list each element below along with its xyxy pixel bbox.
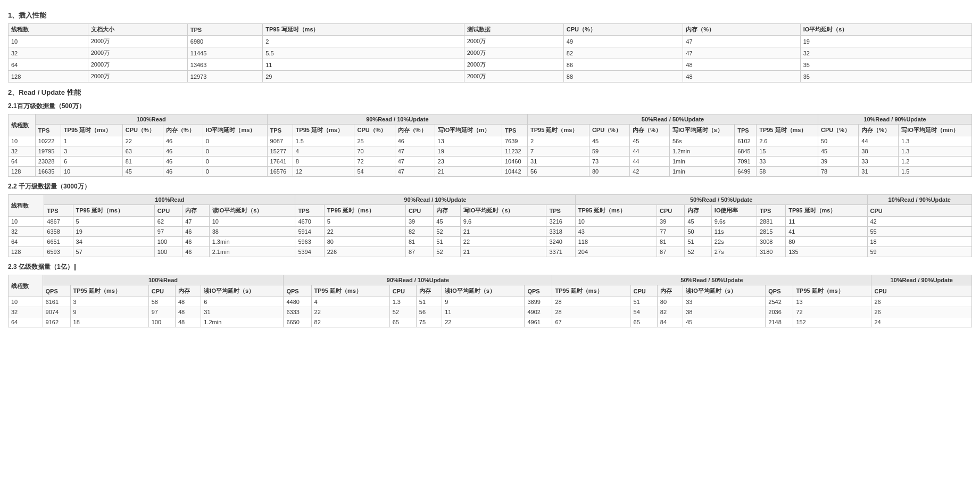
s22-sh1: TPS <box>44 205 73 217</box>
s1-h6: CPU（%） <box>563 24 683 36</box>
table-row: 106161358486448041.351938992851803325421… <box>9 297 972 307</box>
s22-sh4: 内存 <box>182 205 209 217</box>
s22-sh16: TPS <box>757 205 785 217</box>
section2-title: 2、Read / Update 性能 <box>8 88 972 97</box>
s21-group4: 10%Read / 90%Update <box>818 114 972 125</box>
s1-h7: 内存（%） <box>683 24 800 36</box>
s22-sh8: CPU <box>405 205 433 217</box>
s21-sh4: 内存（%） <box>163 125 203 136</box>
table-row: 321979536346015277470471911232759441.2mi… <box>9 146 972 157</box>
s23-sh1: QPS <box>43 285 70 297</box>
s22-sh7: TP95 延时（ms） <box>324 205 405 217</box>
s21-group3: 50%Read / 50%Update <box>528 114 818 125</box>
s21-sh13: CPU（%） <box>589 125 629 136</box>
s21-sh9: 内存（%） <box>395 125 435 136</box>
s21-sh7: TP95 延时（ms） <box>293 125 354 136</box>
s21-sh18: CPU（%） <box>818 125 859 136</box>
s21-sh3: CPU（%） <box>122 125 163 136</box>
section23-table: 线程数 100%Read 90%Read / 10%Update 50%Read… <box>8 275 972 327</box>
s21-sh16: TPS <box>735 125 757 136</box>
s21-thread-header: 线程数 <box>9 114 36 136</box>
table-row: 1281663510454601657612544721104425680421… <box>9 167 972 177</box>
s22-sh2: TP95 延时（ms） <box>73 205 154 217</box>
section21: 2.1百万级数据量（500万） 线程数 100%Read 90%Read / 1… <box>8 102 972 177</box>
s22-sh15: IO使用率 <box>711 205 757 217</box>
s23-sh11: QPS <box>525 285 552 297</box>
s22-sh17: TP95 延时（ms） <box>786 205 867 217</box>
s21-sh8: CPU（%） <box>354 125 395 136</box>
s21-sh20: 写IO平均延时（min） <box>899 125 972 136</box>
section23: 2.3 亿级数据量（1亿） 线程数 100%Read 90%Read / 10%… <box>8 262 972 327</box>
s23-sh16: QPS <box>766 285 793 297</box>
s22-group1: 100%Read <box>44 195 295 205</box>
section23-title: 2.3 亿级数据量（1亿） <box>8 262 972 272</box>
table-row: 128659357100462.1min53942268752213371204… <box>9 247 972 257</box>
s22-group3: 50%Read / 50%Update <box>575 195 867 205</box>
s1-h4: TP95 写延时（ms） <box>263 24 464 36</box>
table-row: 102000万698022000万494719 <box>9 36 972 47</box>
s22-sh5: 读IO平均延时（s） <box>209 205 295 217</box>
s23-sh15: 读IO平均延时（s） <box>683 285 766 297</box>
section22-title: 2.2 千万级数据量（3000万） <box>8 182 972 191</box>
s21-group2: 90%Read / 10%Update <box>267 114 527 125</box>
s23-sh10: 读IO平均延时（s） <box>442 285 525 297</box>
section22: 2.2 千万级数据量（3000万） 线程数 100%Read 90%Read /… <box>8 182 972 257</box>
s23-group3: 50%Read / 50%Update <box>552 275 871 285</box>
table-row: 64916218100481.2min665082657522496167658… <box>9 317 972 327</box>
s23-group4: 10%Read / 90%Update <box>871 275 972 285</box>
s22-sh10: 写IO平均延时（s） <box>460 205 546 217</box>
s21-sh11: TPS <box>502 125 528 136</box>
s22-sh3: CPU <box>154 205 182 217</box>
s23-sh6: QPS <box>284 285 311 297</box>
s23-sh14: 内存 <box>657 285 683 297</box>
s21-sh19: 内存（%） <box>859 125 899 136</box>
s23-sh12: TP95 延时（ms） <box>552 285 630 297</box>
s21-sh1: TPS <box>35 125 61 136</box>
s1-h3: TPS <box>187 24 262 36</box>
s1-h2: 文档大小 <box>88 24 187 36</box>
s23-sh4: 内存 <box>175 285 201 297</box>
s21-group1: 100%Read <box>35 114 267 125</box>
s23-sh7: TP95 延时（ms） <box>311 285 389 297</box>
table-row: 32635819974638591422825221331843775011s2… <box>9 227 972 237</box>
section21-table: 线程数 100%Read 90%Read / 10%Update 50%Read… <box>8 114 972 177</box>
s23-group2: 90%Read / 10%Update <box>284 275 552 285</box>
s23-sh17: TP95 延时（ms） <box>793 285 871 297</box>
s22-group2: 90%Read / 10%Update <box>295 195 575 205</box>
s1-h8: IO平均延时（s） <box>800 24 971 36</box>
table-row: 101022212246090871.525461376392454556s61… <box>9 136 972 146</box>
section21-title: 2.1百万级数据量（500万） <box>8 102 972 111</box>
table-row: 322000万114455.52000万824732 <box>9 47 972 59</box>
s21-sh2: TP95 延时（ms） <box>61 125 122 136</box>
section1-table: 线程数 文档大小 TPS TP95 写延时（ms） 测试数据 CPU（%） 内存… <box>8 23 972 83</box>
s21-sh6: TPS <box>267 125 293 136</box>
table-row: 1282000万12973292000万884835 <box>9 71 972 83</box>
s21-sh14: 内存（%） <box>630 125 670 136</box>
table-row: 64665134100461.3min596380815122324011881… <box>9 237 972 247</box>
table-row: 3290749974831633322525611490228548238203… <box>9 307 972 317</box>
s23-sh8: CPU <box>389 285 416 297</box>
table-row: 642000万13463112000万864835 <box>9 59 972 71</box>
s22-sh14: 内存 <box>685 205 711 217</box>
s21-sh17: TP95 延时（ms） <box>757 125 818 136</box>
section1: 1、插入性能 线程数 文档大小 TPS TP95 写延时（ms） 测试数据 CP… <box>8 11 972 83</box>
s22-sh9: 内存 <box>434 205 460 217</box>
s22-sh11: TPS <box>546 205 575 217</box>
s23-sh2: TP95 延时（ms） <box>70 285 148 297</box>
s23-sh9: 内存 <box>416 285 442 297</box>
s21-sh10: 写IO平均延时（m） <box>435 125 502 136</box>
s21-sh5: IO平均延时（ms） <box>203 125 267 136</box>
s22-thread-header: 线程数 <box>9 195 44 217</box>
cursor-indicator <box>74 264 76 270</box>
section1-title: 1、插入性能 <box>8 11 972 20</box>
s21-sh15: 写IO平均延时（s） <box>670 125 735 136</box>
s1-h1: 线程数 <box>9 24 88 36</box>
s23-sh5: 读IO平均延时（s） <box>201 285 284 297</box>
s22-sh12: TP95 延时（ms） <box>575 205 657 217</box>
table-row: 10486756247104670539459.632161039459.6s2… <box>9 217 972 227</box>
s22-sh18: CPU <box>867 205 972 217</box>
s23-group1: 100%Read <box>43 275 284 285</box>
section22-table: 线程数 100%Read 90%Read / 10%Update 50%Read… <box>8 194 972 257</box>
s23-sh13: CPU <box>630 285 657 297</box>
s23-thread-header: 线程数 <box>9 275 43 297</box>
